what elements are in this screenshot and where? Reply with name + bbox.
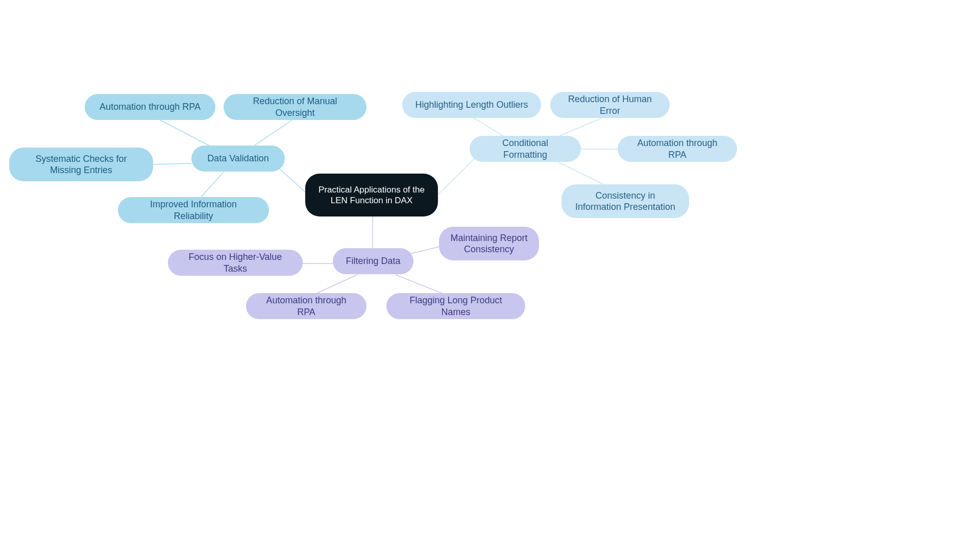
branch-data-validation: Data Validation — [191, 146, 285, 172]
leaf-fd-flagging: Flagging Long Product Names — [386, 293, 525, 319]
leaf-label: Automation through RPA — [257, 295, 355, 318]
leaf-label: Reduction of Manual Oversight — [235, 95, 355, 118]
svg-line-5 — [151, 163, 191, 164]
branch-label: Conditional Formatting — [481, 137, 570, 160]
svg-line-6 — [200, 172, 224, 198]
leaf-dv-reliability: Improved Information Reliability — [118, 197, 269, 223]
svg-line-1 — [438, 155, 478, 195]
svg-line-12 — [406, 246, 444, 255]
leaf-label: Flagging Long Product Names — [398, 295, 514, 318]
leaf-label: Maintaining Report Consistency — [450, 232, 528, 255]
leaf-cf-human-error: Reduction of Human Error — [550, 92, 670, 118]
leaf-label: Highlighting Length Outliers — [415, 99, 528, 111]
branch-label: Filtering Data — [346, 255, 400, 267]
svg-line-4 — [254, 117, 296, 146]
connectors — [0, 0, 980, 553]
leaf-label: Reduction of Human Error — [561, 93, 658, 116]
svg-line-3 — [157, 118, 212, 147]
center-node: Practical Applications of the LEN Functi… — [305, 174, 438, 217]
svg-line-8 — [554, 116, 605, 138]
leaf-fd-higher-value: Focus on Higher-Value Tasks — [168, 250, 303, 276]
leaf-dv-systematic-checks: Systematic Checks for Missing Entries — [9, 148, 153, 181]
center-label: Practical Applications of the LEN Functi… — [316, 184, 427, 206]
leaf-label: Systematic Checks for Missing Entries — [20, 153, 142, 176]
leaf-label: Automation through RPA — [100, 101, 201, 113]
leaf-label: Consistency in Information Presentation — [573, 190, 678, 213]
leaf-dv-manual-oversight: Reduction of Manual Oversight — [224, 94, 366, 120]
branch-filtering-data: Filtering Data — [333, 248, 413, 274]
branch-label: Data Validation — [207, 153, 269, 164]
leaf-label: Automation through RPA — [629, 137, 726, 160]
svg-line-7 — [469, 115, 505, 137]
leaf-cf-outliers: Highlighting Length Outliers — [402, 92, 541, 118]
leaf-label: Improved Information Reliability — [129, 199, 258, 222]
leaf-fd-report-consistency: Maintaining Report Consistency — [439, 227, 539, 260]
leaf-cf-automation: Automation through RPA — [618, 136, 737, 162]
leaf-fd-automation: Automation through RPA — [246, 293, 366, 319]
leaf-dv-automation: Automation through RPA — [85, 94, 215, 120]
leaf-cf-consistency: Consistency in Information Presentation — [561, 184, 689, 218]
branch-conditional-formatting: Conditional Formatting — [470, 136, 581, 162]
leaf-label: Focus on Higher-Value Tasks — [179, 251, 291, 274]
